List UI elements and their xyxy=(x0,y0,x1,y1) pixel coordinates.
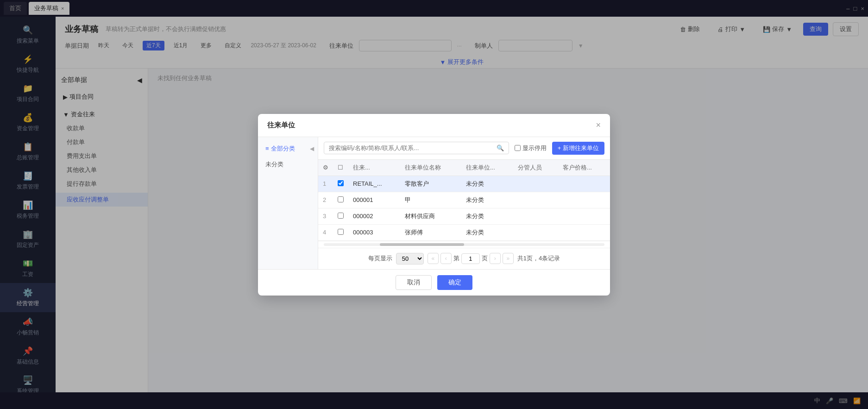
row-category-3: 未分类 xyxy=(461,208,513,224)
col-check[interactable]: ☐ xyxy=(333,160,348,176)
row-salesperson-2 xyxy=(513,192,558,208)
page-next-btn[interactable]: › xyxy=(490,253,501,264)
row-category-4: 未分类 xyxy=(461,224,513,240)
modal-body: ≡ 全部分类 ◀ 未分类 🔍 显示停用 + 新增往来单位 xyxy=(258,137,610,269)
total-label: 共1页，4条记录 xyxy=(517,254,560,263)
modal-pagination: 每页显示 50 100 « ‹ 第 页 › » 共1页，4条记录 xyxy=(318,248,610,269)
modal-sidebar-uncategorized-label: 未分类 xyxy=(265,161,283,168)
per-page-label: 每页显示 xyxy=(368,254,392,263)
modal-table: ⚙ ☐ 往来... 往来单位名称 往来单位... 分管人员 客户价格... 1 xyxy=(318,160,610,241)
row-num-1: 1 xyxy=(318,176,333,192)
modal-sidebar-header-label: 全部分类 xyxy=(271,145,295,153)
row-salesperson-1 xyxy=(513,176,558,192)
modal-scrollbar-track[interactable] xyxy=(324,243,604,246)
page-nav: « ‹ 第 页 › » xyxy=(428,253,514,264)
modal-sidebar-header-icon: ≡ xyxy=(265,145,269,152)
modal-content-area: 🔍 显示停用 + 新增往来单位 ⚙ ☐ 往来... 往来单位名称 xyxy=(318,137,610,269)
modal-scrollbar-thumb[interactable] xyxy=(380,243,464,246)
modal-close-button[interactable]: × xyxy=(596,120,601,130)
modal-scrollbar-row xyxy=(318,241,610,248)
per-page-select[interactable]: 50 100 xyxy=(396,253,424,264)
modal-sidebar: ≡ 全部分类 ◀ 未分类 xyxy=(258,137,318,269)
row-code-2: 000001 xyxy=(348,192,400,208)
page-suffix: 页 xyxy=(482,254,488,263)
row-salesperson-3 xyxy=(513,208,558,224)
row-check-2[interactable] xyxy=(333,192,348,208)
page-prev-btn[interactable]: ‹ xyxy=(440,253,452,264)
col-salesperson: 分管人员 xyxy=(513,160,558,176)
modal-title: 往来单位 xyxy=(267,121,295,130)
page-label: 第 xyxy=(453,254,459,263)
modal-search-input[interactable] xyxy=(329,145,494,151)
show-disabled-label: 显示停用 xyxy=(522,144,547,152)
col-code: 往来... xyxy=(348,160,400,176)
cancel-button[interactable]: 取消 xyxy=(396,275,432,290)
row-category-1: 未分类 xyxy=(461,176,513,192)
add-partner-button[interactable]: + 新增往来单位 xyxy=(552,142,604,155)
modal-header: 往来单位 × xyxy=(258,114,610,137)
partner-table: ⚙ ☐ 往来... 往来单位名称 往来单位... 分管人员 客户价格... 1 xyxy=(318,160,610,241)
row-check-4[interactable] xyxy=(333,224,348,240)
table-row[interactable]: 4 000003 张师傅 未分类 xyxy=(318,224,610,240)
row-price-3 xyxy=(558,208,610,224)
row-code-3: 000002 xyxy=(348,208,400,224)
confirm-button[interactable]: 确定 xyxy=(437,275,472,290)
col-settings[interactable]: ⚙ xyxy=(318,160,333,176)
row-name-1: 零散客户 xyxy=(400,176,461,192)
row-num-4: 4 xyxy=(318,224,333,240)
row-price-2 xyxy=(558,192,610,208)
row-num-2: 2 xyxy=(318,192,333,208)
page-first-btn[interactable]: « xyxy=(428,253,439,264)
row-name-3: 材料供应商 xyxy=(400,208,461,224)
row-name-4: 张师傅 xyxy=(400,224,461,240)
table-row[interactable]: 2 000001 甲 未分类 xyxy=(318,192,610,208)
show-disabled-checkbox[interactable]: 显示停用 xyxy=(515,144,547,152)
row-num-3: 3 xyxy=(318,208,333,224)
table-body: 1 RETAIL_... 零散客户 未分类 2 000001 xyxy=(318,176,610,240)
modal-search-icon: 🔍 xyxy=(497,145,504,151)
row-category-2: 未分类 xyxy=(461,192,513,208)
modal-sidebar-collapse-icon[interactable]: ◀ xyxy=(308,145,316,152)
modal-sidebar-header[interactable]: ≡ 全部分类 xyxy=(260,141,301,157)
row-check-3[interactable] xyxy=(333,208,348,224)
partner-modal: 往来单位 × ≡ 全部分类 ◀ 未分类 🔍 xyxy=(258,114,610,296)
row-name-2: 甲 xyxy=(400,192,461,208)
modal-sidebar-item-uncategorized[interactable]: 未分类 xyxy=(258,157,318,172)
page-input[interactable] xyxy=(461,253,480,264)
modal-toolbar: 🔍 显示停用 + 新增往来单位 xyxy=(318,137,610,160)
show-disabled-input[interactable] xyxy=(515,145,521,151)
row-code-1: RETAIL_... xyxy=(348,176,400,192)
col-name: 往来单位名称 xyxy=(400,160,461,176)
table-row[interactable]: 3 000002 材料供应商 未分类 xyxy=(318,208,610,224)
table-head: ⚙ ☐ 往来... 往来单位名称 往来单位... 分管人员 客户价格... xyxy=(318,160,610,176)
page-last-btn[interactable]: » xyxy=(503,253,514,264)
modal-footer: 取消 确定 xyxy=(258,269,610,296)
col-category: 往来单位... xyxy=(461,160,513,176)
row-check-1[interactable] xyxy=(333,176,348,192)
row-code-4: 000003 xyxy=(348,224,400,240)
row-price-1 xyxy=(558,176,610,192)
table-row[interactable]: 1 RETAIL_... 零散客户 未分类 xyxy=(318,176,610,192)
row-price-4 xyxy=(558,224,610,240)
modal-search-box[interactable]: 🔍 xyxy=(324,142,509,154)
row-salesperson-4 xyxy=(513,224,558,240)
col-price: 客户价格... xyxy=(558,160,610,176)
